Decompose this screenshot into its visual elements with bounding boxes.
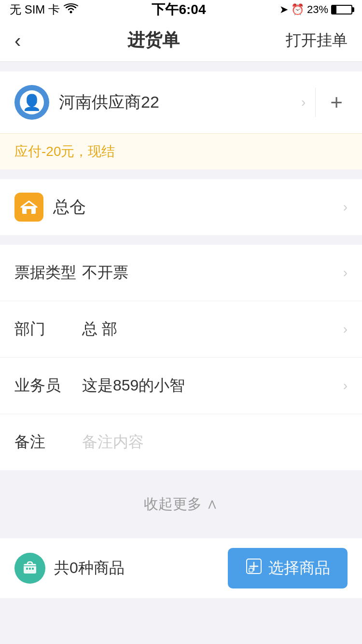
product-count-wrap: 共0种商品 — [14, 553, 125, 584]
invoice-type-value: 不开票 — [82, 262, 338, 283]
svg-rect-6 — [32, 568, 34, 570]
svg-rect-5 — [29, 568, 31, 570]
warehouse-label: 总仓 — [53, 196, 338, 218]
product-count-text: 共0种商品 — [54, 558, 125, 579]
avatar: 👤 — [14, 85, 49, 120]
open-pending-button[interactable]: 打开挂单 — [286, 30, 348, 51]
carrier-text: 无 SIM 卡 — [10, 2, 60, 17]
cart-icon-wrap — [14, 553, 45, 584]
warehouse-row[interactable]: 总仓 › — [0, 179, 362, 235]
add-supplier-button[interactable]: + — [325, 92, 348, 113]
content: 👤 河南供应商22 › + 应付-20元，现结 总仓 › 票据类型 — [0, 71, 362, 644]
invoice-type-row[interactable]: 票据类型 不开票 › — [0, 245, 362, 301]
select-product-button[interactable]: 选择商品 — [228, 548, 348, 588]
gray-area — [0, 598, 362, 644]
salesperson-label: 业务员 — [14, 375, 82, 396]
invoice-type-chevron-icon: › — [343, 265, 348, 280]
status-left: 无 SIM 卡 — [10, 2, 78, 17]
supplier-row[interactable]: 👤 河南供应商22 › + — [0, 71, 362, 133]
collapse-label: 收起更多 ∧ — [144, 496, 218, 512]
location-icon: ➤ — [279, 3, 288, 16]
department-row[interactable]: 部门 总 部 › — [0, 301, 362, 358]
balance-text: 应付-20元，现结 — [14, 144, 115, 159]
status-right: ➤ ⏰ 23% — [279, 3, 352, 16]
salesperson-chevron-icon: › — [343, 378, 348, 393]
remark-placeholder: 备注内容 — [82, 432, 348, 453]
collapse-row[interactable]: 收起更多 ∧ — [0, 480, 362, 529]
svg-rect-2 — [27, 209, 31, 214]
select-product-label: 选择商品 — [268, 558, 330, 579]
form-section: 票据类型 不开票 › 部门 总 部 › 业务员 这是859的小智 › 备注 备注… — [0, 245, 362, 470]
warehouse-icon — [20, 198, 38, 216]
cart-icon — [21, 559, 39, 577]
chevron-right-icon: › — [301, 95, 306, 110]
department-value: 总 部 — [82, 319, 338, 340]
balance-notice: 应付-20元，现结 — [0, 133, 362, 169]
back-button[interactable]: ‹ — [14, 31, 21, 50]
svg-rect-10 — [249, 568, 253, 572]
page-title: 进货单 — [127, 28, 180, 52]
battery-text: 23% — [307, 3, 328, 16]
supplier-section: 👤 河南供应商22 › + 应付-20元，现结 — [0, 71, 362, 169]
status-time: 下午6:04 — [152, 0, 206, 19]
supplier-name: 河南供应商22 — [59, 91, 296, 113]
alarm-icon: ⏰ — [291, 3, 304, 16]
warehouse-chevron-icon: › — [343, 199, 348, 215]
wifi-icon — [64, 3, 78, 16]
department-label: 部门 — [14, 319, 82, 340]
svg-point-0 — [70, 11, 72, 14]
warehouse-icon-wrap — [14, 193, 43, 222]
salesperson-value: 这是859的小智 — [82, 375, 338, 396]
remark-row[interactable]: 备注 备注内容 — [0, 414, 362, 470]
remark-label: 备注 — [14, 432, 82, 453]
svg-rect-4 — [26, 568, 28, 570]
department-chevron-icon: › — [343, 322, 348, 337]
bottom-bar: 共0种商品 选择商品 — [0, 538, 362, 598]
nav-bar: ‹ 进货单 打开挂单 — [0, 19, 362, 62]
divider — [315, 88, 316, 117]
status-bar: 无 SIM 卡 下午6:04 ➤ ⏰ 23% — [0, 0, 362, 19]
battery-icon — [331, 5, 352, 14]
person-icon: 👤 — [22, 93, 42, 112]
salesperson-row[interactable]: 业务员 这是859的小智 › — [0, 358, 362, 414]
invoice-type-label: 票据类型 — [14, 262, 82, 283]
select-product-icon — [245, 558, 263, 579]
